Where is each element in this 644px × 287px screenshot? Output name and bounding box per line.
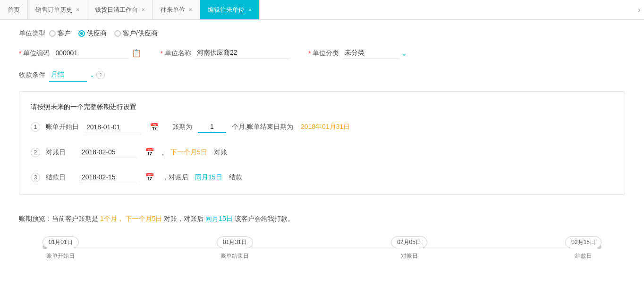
radio-both-label: 客户/供应商 bbox=[123, 29, 158, 38]
timeline-sublabel-2: 账单结束日 bbox=[220, 252, 249, 260]
preview-1m: 1个月， bbox=[100, 215, 124, 222]
unit-code-label: 单位编码 bbox=[23, 49, 50, 58]
timeline-sublabel-4: 结款日 bbox=[575, 252, 592, 260]
radio-supplier-label: 供应商 bbox=[87, 29, 107, 38]
billing-start-label: 账单开始日 bbox=[46, 123, 79, 131]
payment-date[interactable] bbox=[80, 171, 136, 183]
timeline-sublabel-1: 账单开始日 bbox=[46, 252, 75, 260]
tab-sales-history-label: 销售订单历史 bbox=[35, 6, 72, 14]
reconcile-date[interactable] bbox=[80, 146, 136, 158]
card-title: 请按照未来的一个完整帐期进行设置 bbox=[31, 103, 613, 111]
unit-type-row: 单位类型 客户 供应商 客户/供应商 bbox=[19, 29, 625, 38]
unit-category-label: 单位分类 bbox=[313, 49, 339, 58]
unit-name-input[interactable] bbox=[195, 47, 289, 59]
reconcile-suffix: 对账 bbox=[214, 148, 227, 157]
radio-customer-circle bbox=[49, 30, 56, 37]
timeline-point-4: 02月15日 结款日 bbox=[565, 236, 602, 260]
unit-info-row: * 单位编码 📋 * 单位名称 * 单位分类 ⌄ bbox=[19, 47, 625, 59]
tab-sales-history-close[interactable]: × bbox=[76, 7, 79, 13]
timeline-point-2: 01月31日 账单结束日 bbox=[217, 236, 253, 260]
timeline-point-1: 01月01日 账单开始日 bbox=[42, 236, 79, 260]
timeline-container: 01月01日 账单开始日 01月31日 账单结束日 02月05日 对账日 02月… bbox=[19, 236, 625, 260]
payment-row: 3 结款日 📅 ，对账后 同月15日 结款 bbox=[31, 171, 613, 183]
billing-start-row: 1 账单开始日 📅 账期为 个月,账单结束日期为 2018年01月31日 bbox=[31, 121, 613, 133]
radio-customer-label: 客户 bbox=[58, 29, 71, 38]
radio-both-circle bbox=[114, 30, 121, 37]
radio-customer[interactable]: 客户 bbox=[49, 29, 71, 38]
settings-card: 请按照未来的一个完整帐期进行设置 1 账单开始日 📅 账期为 个月,账单结束日期… bbox=[19, 91, 625, 195]
unit-name-star: * bbox=[160, 50, 162, 57]
unit-code-group: * 单位编码 📋 bbox=[19, 47, 141, 59]
tab-partners-close[interactable]: × bbox=[189, 7, 192, 13]
row-num-3: 3 bbox=[31, 173, 40, 182]
preview-text: 账期预览：当前客户账期是 1个月， 下一个月5日 对账，对账后 同月15日 该客… bbox=[19, 212, 625, 225]
payment-same-month: 同月15日 bbox=[195, 173, 222, 182]
tab-sales-history[interactable]: 销售订单历史 × bbox=[28, 0, 87, 19]
payment-condition-help[interactable]: ? bbox=[96, 71, 105, 79]
main-content: 单位类型 客户 供应商 客户/供应商 * 单位编码 📋 * 单位名称 bbox=[0, 20, 644, 287]
payment-suffix1: ，对账后 bbox=[162, 173, 188, 182]
tab-cashflow-close[interactable]: × bbox=[142, 7, 145, 13]
preview-reconcile-text: 对账，对账后 bbox=[164, 215, 205, 222]
tab-home-label: 首页 bbox=[8, 6, 20, 14]
payment-condition-select-group: 月结 ⌄ bbox=[49, 68, 94, 82]
tab-bar: 首页 销售订单历史 × 钱货日清工作台 × 往来单位 × 编辑往来单位 × › bbox=[0, 0, 644, 20]
radio-supplier[interactable]: 供应商 bbox=[78, 29, 107, 38]
reconcile-next-month: 下一个月5日 bbox=[170, 148, 207, 157]
timeline-badge-1: 01月01日 bbox=[42, 236, 79, 248]
tab-partners-label: 往来单位 bbox=[161, 6, 185, 14]
unit-name-label: 单位名称 bbox=[165, 49, 191, 58]
unit-code-copy-icon[interactable]: 📋 bbox=[132, 49, 141, 58]
timeline-badge-3: 02月05日 bbox=[391, 236, 427, 248]
unit-code-input[interactable] bbox=[53, 47, 129, 59]
payment-date-label: 结款日 bbox=[46, 173, 74, 182]
unit-category-star: * bbox=[308, 50, 311, 57]
timeline-point-3: 02月05日 对账日 bbox=[391, 236, 427, 260]
tab-edit-partner-close[interactable]: × bbox=[248, 7, 252, 13]
billing-start-date[interactable] bbox=[85, 121, 141, 133]
unit-name-group: * 单位名称 bbox=[160, 47, 289, 59]
billing-end-date-highlight: 2018年01月31日 bbox=[301, 123, 350, 131]
timeline-badge-2: 01月31日 bbox=[217, 236, 253, 248]
unit-category-arrow[interactable]: ⌄ bbox=[401, 50, 407, 57]
timeline-points: 01月01日 账单开始日 01月31日 账单结束日 02月05日 对账日 02月… bbox=[28, 236, 616, 260]
timeline-badge-4: 02月15日 bbox=[565, 236, 602, 248]
preview-reconcile-day: 下一个月5日 bbox=[126, 215, 162, 222]
tab-home[interactable]: 首页 bbox=[0, 0, 28, 19]
billing-start-cal-icon[interactable]: 📅 bbox=[150, 123, 159, 132]
preview-section: 账期预览：当前客户账期是 1个月， 下一个月5日 对账，对账后 同月15日 该客… bbox=[19, 204, 625, 225]
unit-code-star: * bbox=[19, 50, 21, 57]
billing-period-prefix: 账期为 bbox=[172, 123, 192, 131]
payment-condition-row: 收款条件 月结 ⌄ ? bbox=[19, 68, 625, 82]
tab-partners[interactable]: 往来单位 × bbox=[153, 0, 200, 19]
tab-expand-button[interactable]: › bbox=[635, 6, 644, 14]
payment-condition-arrow[interactable]: ⌄ bbox=[90, 72, 94, 78]
unit-type-radio-group: 客户 供应商 客户/供应商 bbox=[49, 29, 158, 38]
billing-period-input[interactable] bbox=[198, 121, 226, 133]
row-num-1: 1 bbox=[31, 122, 40, 132]
payment-condition-value[interactable]: 月结 bbox=[49, 68, 87, 82]
payment-suffix2: 结款 bbox=[229, 173, 242, 182]
reconcile-row: 2 对账日 📅 , 下一个月5日 对账 bbox=[31, 146, 613, 158]
unit-category-input[interactable] bbox=[343, 47, 399, 59]
reconcile-cal-icon[interactable]: 📅 bbox=[145, 148, 154, 157]
payment-condition-label: 收款条件 bbox=[19, 71, 45, 79]
radio-both[interactable]: 客户/供应商 bbox=[114, 29, 158, 38]
tab-cashflow-label: 钱货日清工作台 bbox=[95, 6, 138, 14]
payment-cal-icon[interactable]: 📅 bbox=[145, 173, 154, 182]
billing-period-suffix: 个月,账单结束日期为 bbox=[232, 123, 293, 131]
reconcile-label: 对账日 bbox=[46, 148, 74, 157]
preview-end: 该客户会给我打款。 bbox=[235, 215, 294, 222]
row-num-2: 2 bbox=[31, 148, 40, 157]
tab-edit-partner-label: 编辑往来单位 bbox=[208, 6, 245, 14]
unit-type-label: 单位类型 bbox=[19, 29, 45, 38]
preview-label: 账期预览：当前客户账期是 bbox=[19, 215, 98, 222]
tab-edit-partner[interactable]: 编辑往来单位 × bbox=[200, 0, 260, 19]
unit-category-group: * 单位分类 ⌄ bbox=[308, 47, 407, 59]
reconcile-comma: , bbox=[162, 149, 164, 156]
preview-payment-day: 同月15日 bbox=[205, 215, 233, 222]
tab-cashflow[interactable]: 钱货日清工作台 × bbox=[87, 0, 153, 19]
radio-supplier-circle bbox=[78, 30, 85, 37]
timeline-sublabel-3: 对账日 bbox=[401, 252, 418, 260]
